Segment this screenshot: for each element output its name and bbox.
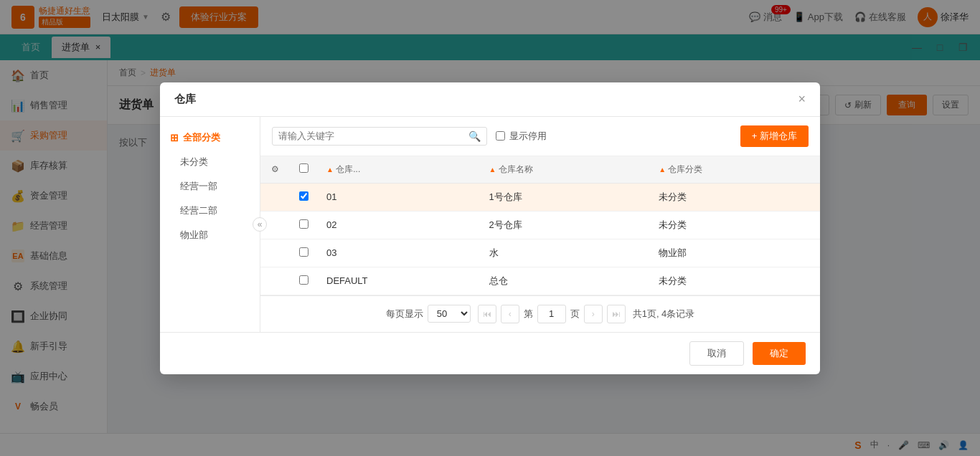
grid-icon: ⊞ [170, 132, 179, 143]
page-total-info: 共1页, 4条记录 [633, 308, 695, 320]
dialog-header: 仓库 × [160, 82, 820, 117]
per-page-select[interactable]: 50 100 200 [428, 305, 471, 323]
row-cat-1: 未分类 [650, 183, 820, 211]
show-disabled-checkbox[interactable] [496, 131, 505, 141]
page-number-input[interactable] [537, 305, 566, 323]
dialog-close-button[interactable]: × [798, 92, 806, 105]
sort-cat-icon: ▲ [659, 166, 666, 174]
row-checkbox-4[interactable] [299, 275, 308, 285]
row-checkbox-2[interactable] [299, 219, 308, 229]
search-input[interactable] [278, 130, 468, 141]
th-category[interactable]: ▲ 仓库分类 [650, 156, 820, 184]
search-box: 🔍 [272, 127, 487, 146]
row-check-4 [289, 267, 318, 295]
warehouse-table: ⚙ ▲ 仓库... ▲ 仓库名称 ▲ 仓库分类 [260, 156, 820, 295]
confirm-button[interactable]: 确定 [753, 342, 806, 365]
th-code[interactable]: ▲ 仓库... [318, 156, 481, 184]
th-gear[interactable]: ⚙ [260, 156, 289, 184]
row-cat-4: 未分类 [650, 267, 820, 295]
table-row[interactable]: 01 1号仓库 未分类 [260, 183, 820, 211]
modal-overlay[interactable]: 仓库 × ⊞ 全部分类 未分类 经营一部 经营二部 物业部 « [0, 0, 980, 456]
page-suffix: 页 [570, 308, 580, 320]
dialog-category-sidebar: ⊞ 全部分类 未分类 经营一部 经营二部 物业部 « [160, 117, 260, 332]
row-name-2: 2号仓库 [481, 211, 651, 239]
dialog-main-content: 🔍 显示停用 + 新增仓库 ⚙ [260, 117, 820, 332]
dialog-pagination: 每页显示 50 100 200 ⏮ ‹ 第 页 › [260, 295, 820, 332]
gear-icon: ⚙ [271, 164, 279, 174]
sort-name-icon: ▲ [489, 166, 496, 174]
row-name-3: 水 [481, 239, 651, 267]
category-ops2[interactable]: 经营二部 [160, 199, 260, 223]
warehouse-dialog: 仓库 × ⊞ 全部分类 未分类 经营一部 经营二部 物业部 « [160, 82, 820, 374]
dialog-toolbar: 🔍 显示停用 + 新增仓库 [260, 117, 820, 156]
cancel-button[interactable]: 取消 [689, 341, 744, 366]
table-row[interactable]: DEFAULT 总仓 未分类 [260, 267, 820, 295]
page-prev-button[interactable]: ‹ [501, 305, 519, 323]
row-action-1 [260, 183, 289, 211]
add-warehouse-button[interactable]: + 新增仓库 [740, 125, 809, 147]
row-num-3: 03 [318, 239, 481, 267]
th-checkbox [289, 156, 318, 184]
search-icon[interactable]: 🔍 [468, 130, 481, 142]
sort-icon: ▲ [326, 166, 334, 174]
per-page-label: 每页显示 [386, 308, 423, 320]
category-unclassified[interactable]: 未分类 [160, 150, 260, 174]
per-page-selector: 每页显示 50 100 200 [386, 305, 471, 323]
table-row[interactable]: 03 水 物业部 [260, 239, 820, 267]
th-name[interactable]: ▲ 仓库名称 [481, 156, 651, 184]
row-check-3 [289, 239, 318, 267]
category-all[interactable]: ⊞ 全部分类 [160, 125, 260, 150]
row-checkbox-3[interactable] [299, 247, 308, 257]
row-name-4: 总仓 [481, 267, 651, 295]
row-num-2: 02 [318, 211, 481, 239]
row-num-4: DEFAULT [318, 267, 481, 295]
row-num-1: 01 [318, 183, 481, 211]
warehouse-table-body: 01 1号仓库 未分类 02 2号仓库 未分类 [260, 183, 820, 295]
page-last-button[interactable]: ⏭ [607, 305, 626, 323]
page-next-button[interactable]: › [584, 305, 603, 323]
show-disabled-text: 显示停用 [509, 130, 547, 143]
category-ops1[interactable]: 经营一部 [160, 174, 260, 199]
row-name-1: 1号仓库 [481, 183, 651, 211]
row-check-2 [289, 211, 318, 239]
table-row[interactable]: 02 2号仓库 未分类 [260, 211, 820, 239]
dialog-footer: 取消 确定 [160, 332, 820, 374]
row-action-4 [260, 267, 289, 295]
dialog-body: ⊞ 全部分类 未分类 经营一部 经营二部 物业部 « 🔍 [160, 117, 820, 332]
row-cat-2: 未分类 [650, 211, 820, 239]
dialog-title: 仓库 [174, 92, 196, 106]
table-header-row: ⚙ ▲ 仓库... ▲ 仓库名称 ▲ 仓库分类 [260, 156, 820, 184]
show-disabled-label[interactable]: 显示停用 [496, 130, 547, 143]
category-property[interactable]: 物业部 [160, 223, 260, 247]
row-checkbox-1[interactable] [299, 191, 308, 201]
row-check-1 [289, 183, 318, 211]
warehouse-table-wrap: ⚙ ▲ 仓库... ▲ 仓库名称 ▲ 仓库分类 [260, 156, 820, 295]
collapse-sidebar-button[interactable]: « [253, 217, 267, 232]
row-cat-3: 物业部 [650, 239, 820, 267]
pagination-nav: ⏮ ‹ 第 页 › ⏭ [478, 305, 626, 323]
select-all-checkbox[interactable] [299, 163, 308, 173]
page-label: 第 [524, 308, 533, 320]
category-all-label: 全部分类 [183, 131, 220, 144]
row-action-3 [260, 239, 289, 267]
page-first-button[interactable]: ⏮ [478, 305, 496, 323]
